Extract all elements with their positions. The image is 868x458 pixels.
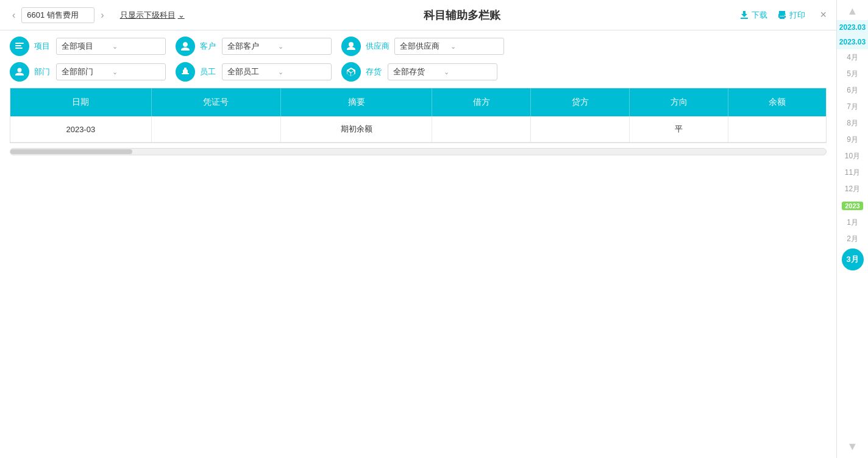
header-nav: ‹ 6601 销售费用 › 只显示下级科目 ⌄: [10, 7, 185, 23]
svg-rect-1: [15, 45, 21, 46]
sidebar-month-10[interactable]: 10月: [837, 148, 868, 164]
sidebar-month-5[interactable]: 5月: [837, 66, 868, 82]
supplier-filter: 供应商 全部供应商 ⌄: [341, 37, 504, 56]
sidebar-month-9[interactable]: 9月: [837, 132, 868, 148]
project-select[interactable]: 全部项目 ⌄: [56, 38, 166, 55]
ledger-table: 日期 凭证号 摘要 借方 贷方 方向 余额 2023-03 期初余额: [10, 88, 826, 143]
department-icon: [10, 62, 29, 82]
scrollbar-thumb[interactable]: [10, 149, 132, 154]
col-debit: 借方: [432, 88, 531, 116]
sidebar-month-2023-03-second[interactable]: 2023.03: [837, 35, 868, 49]
department-label: 部门: [34, 66, 51, 77]
account-code: 6601 销售费用: [21, 7, 94, 23]
supplier-icon: [341, 37, 361, 56]
svg-rect-2: [15, 48, 23, 49]
employee-select[interactable]: 全部员工 ⌄: [222, 63, 332, 80]
sidebar-month-7[interactable]: 7月: [837, 99, 868, 115]
sidebar-month-12[interactable]: 12月: [837, 181, 868, 197]
cell-credit: [531, 116, 630, 143]
customer-label: 客户: [200, 41, 217, 52]
table-row: 2023-03 期初余额 平: [10, 116, 826, 143]
department-filter: 部门 全部部门 ⌄: [10, 62, 166, 82]
col-summary: 摘要: [281, 88, 432, 116]
filter-row-2: 部门 全部部门 ⌄ 员工 全部员工 ⌄: [0, 62, 836, 88]
employee-label: 员工: [200, 66, 217, 77]
customer-select[interactable]: 全部客户 ⌄: [222, 38, 332, 55]
ledger-table-wrapper: 日期 凭证号 摘要 借方 贷方 方向 余额 2023-03 期初余额: [10, 88, 827, 143]
svg-point-4: [18, 68, 22, 72]
department-select[interactable]: 全部部门 ⌄: [56, 63, 166, 80]
inventory-icon: [341, 62, 361, 82]
sidebar-down-nav[interactable]: ▼: [837, 438, 868, 456]
header: ‹ 6601 销售费用 › 只显示下级科目 ⌄ 科目辅助多栏账 下载 打印 ×: [0, 0, 836, 30]
supplier-select[interactable]: 全部供应商 ⌄: [394, 38, 504, 55]
inventory-filter: 存货 全部存货 ⌄: [341, 62, 497, 82]
svg-rect-7: [184, 68, 187, 70]
download-button[interactable]: 下载: [739, 10, 767, 21]
col-direction: 方向: [630, 88, 728, 116]
table-header-row: 日期 凭证号 摘要 借方 贷方 方向 余额: [10, 88, 826, 116]
cell-direction: 平: [630, 116, 728, 143]
customer-filter: 客户 全部客户 ⌄: [176, 37, 332, 56]
supplier-select-arrow-icon: ⌄: [450, 43, 499, 51]
close-button[interactable]: ×: [820, 9, 827, 21]
page-title: 科目辅助多栏账: [185, 8, 740, 23]
svg-rect-0: [15, 43, 24, 44]
main-window: ▲ 2023.03 2023.03 4月 5月 6月 7月 8月 9月 10月: [0, 0, 868, 458]
inventory-select[interactable]: 全部存货 ⌄: [388, 63, 497, 80]
show-sub-account[interactable]: 只显示下级科目 ⌄: [120, 10, 185, 21]
month-sidebar: ▲ 2023.03 2023.03 4月 5月 6月 7月 8月 9月 10月: [836, 0, 868, 458]
main-content: ‹ 6601 销售费用 › 只显示下级科目 ⌄ 科目辅助多栏账 下载 打印 ×: [0, 0, 836, 155]
inventory-label: 存货: [366, 66, 383, 77]
customer-select-arrow-icon: ⌄: [278, 43, 326, 51]
inventory-select-arrow-icon: ⌄: [444, 68, 492, 76]
sidebar-month-11[interactable]: 11月: [837, 164, 868, 181]
sidebar-month-6[interactable]: 6月: [837, 82, 868, 99]
sidebar-year-2023: 2023: [837, 199, 868, 213]
prev-account-button[interactable]: ‹: [10, 9, 18, 22]
cell-summary: 期初余额: [281, 116, 432, 143]
cell-date: 2023-03: [10, 116, 151, 143]
sidebar-up-button[interactable]: ▲: [847, 5, 858, 18]
sidebar-month-1[interactable]: 1月: [837, 214, 868, 231]
employee-filter: 员工 全部员工 ⌄: [176, 62, 332, 82]
employee-icon: [176, 62, 195, 82]
sidebar-up-nav[interactable]: ▲: [837, 2, 868, 20]
svg-rect-6: [183, 69, 188, 74]
project-select-arrow-icon: ⌄: [112, 43, 160, 51]
employee-select-arrow-icon: ⌄: [278, 68, 326, 76]
sidebar-month-4[interactable]: 4月: [837, 49, 868, 66]
next-account-button[interactable]: ›: [98, 9, 106, 22]
header-actions: 下载 打印 ×: [739, 9, 827, 21]
filter-row-1: 项目 全部项目 ⌄ 客户 全部客户 ⌄: [0, 30, 836, 62]
download-icon: [739, 10, 749, 20]
horizontal-scrollbar[interactable]: [10, 148, 827, 155]
sidebar-down-button[interactable]: ▼: [847, 440, 858, 453]
sidebar-month-2023-03-top[interactable]: 2023.03: [837, 20, 868, 35]
sidebar-current-month-wrapper: 3月: [837, 248, 868, 270]
cell-balance: [728, 116, 826, 143]
customer-icon: [176, 37, 195, 56]
col-voucher: 凭证号: [151, 88, 280, 116]
sidebar-month-8[interactable]: 8月: [837, 115, 868, 132]
col-credit: 贷方: [531, 88, 630, 116]
project-filter: 项目 全部项目 ⌄: [10, 37, 166, 56]
project-label: 项目: [34, 41, 51, 52]
project-icon: [10, 37, 29, 56]
sidebar-month-2[interactable]: 2月: [837, 231, 868, 247]
show-sub-arrow-icon: ⌄: [178, 10, 185, 19]
department-select-arrow-icon: ⌄: [112, 68, 160, 76]
cell-voucher: [151, 116, 280, 143]
print-icon: [777, 10, 787, 20]
col-date: 日期: [10, 88, 151, 116]
supplier-label: 供应商: [366, 41, 390, 52]
col-balance: 余额: [728, 88, 826, 116]
svg-point-3: [349, 42, 354, 47]
print-button[interactable]: 打印: [777, 10, 805, 21]
cell-debit: [432, 116, 531, 143]
sidebar-month-3-current[interactable]: 3月: [842, 248, 864, 270]
